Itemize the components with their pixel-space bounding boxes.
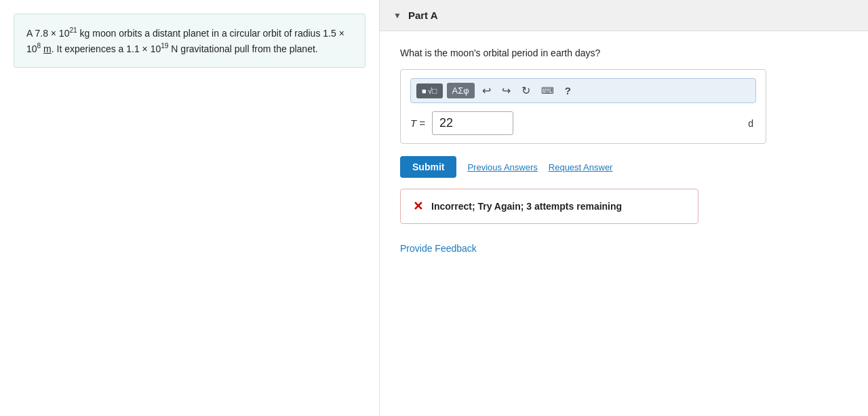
help-button[interactable]: ? [561,83,574,98]
collapse-chevron[interactable]: ▼ [393,11,401,20]
right-panel: ▼ Part A What is the moon's orbital peri… [380,0,868,416]
redo-button[interactable]: ↪ [498,83,514,98]
request-answer-button[interactable]: Request Answer [549,162,613,172]
greek-button[interactable]: AΣφ [447,83,475,98]
redo-icon: ↪ [502,84,511,97]
previous-answers-button[interactable]: Previous Answers [467,162,537,172]
feedback-link[interactable]: Provide Feedback [400,243,477,254]
error-message: Incorrect; Try Again; 3 attempts remaini… [431,201,622,212]
part-content: What is the moon's orbital period in ear… [380,31,868,270]
error-box: ✕ Incorrect; Try Again; 3 attempts remai… [400,189,698,224]
input-label: T = [410,117,425,129]
help-icon: ? [565,85,571,96]
keyboard-icon: ⌨ [541,86,554,96]
left-panel: A 7.8 × 1021 kg moon orbits a distant pl… [0,0,380,416]
answer-input[interactable] [432,111,513,135]
submit-button[interactable]: Submit [400,156,456,178]
reset-button[interactable]: ↻ [518,83,534,98]
greek-label: AΣφ [452,86,469,96]
math-toolbar: ■ √□ AΣφ ↩ ↪ ↻ ⌨ [410,78,756,103]
math-icon: ■ [422,87,427,95]
undo-button[interactable]: ↩ [479,83,494,98]
answer-box: ■ √□ AΣφ ↩ ↪ ↻ ⌨ [400,69,766,144]
input-row: T = d [410,111,756,135]
question-text: What is the moon's orbital period in ear… [400,48,848,58]
problem-box: A 7.8 × 1021 kg moon orbits a distant pl… [14,14,366,68]
sqrt-symbol: √□ [428,86,437,96]
part-title: Part A [408,10,438,21]
unit-label: d [748,118,756,129]
undo-icon: ↩ [482,84,491,97]
keyboard-button[interactable]: ⌨ [538,84,557,97]
part-header: ▼ Part A [380,0,868,31]
reset-icon: ↻ [521,84,530,97]
error-icon: ✕ [413,199,423,214]
math-mode-button[interactable]: ■ √□ [416,83,443,98]
action-row: Submit Previous Answers Request Answer [400,156,848,178]
